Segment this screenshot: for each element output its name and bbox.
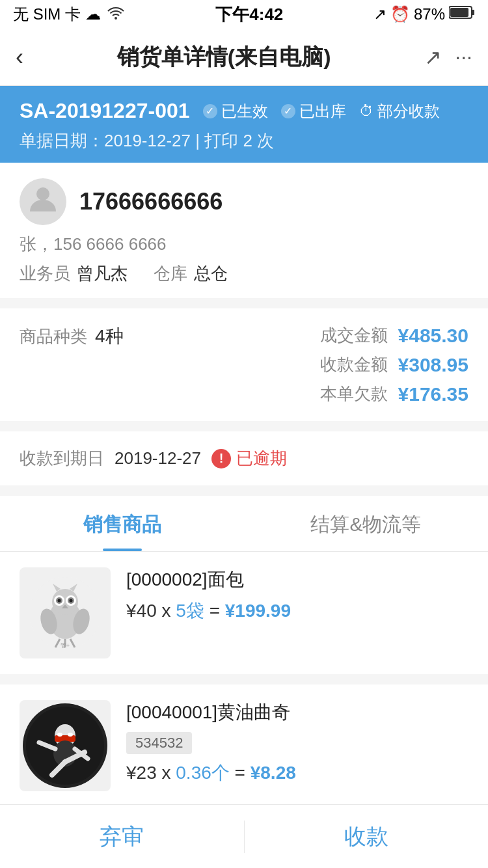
svg-point-11 xyxy=(58,599,61,603)
svg-point-25 xyxy=(57,733,62,737)
overdue-text: 已逾期 xyxy=(236,447,287,470)
tabs-row: 销售商品 结算&物流等 xyxy=(0,496,488,551)
product-info-2: [00040001]黄油曲奇 534532 ¥23 x 0.36个 = ¥8.2… xyxy=(126,700,468,785)
battery-icon xyxy=(449,5,475,23)
customer-info-row: 业务员 曾凡杰 仓库 总仓 xyxy=(20,262,468,285)
tab-settlement[interactable]: 结算&物流等 xyxy=(244,496,488,551)
amount-value: ¥485.30 xyxy=(398,325,468,347)
product-type-value: 4种 xyxy=(95,324,124,349)
avatar xyxy=(20,178,66,225)
product-type: 商品种类 4种 xyxy=(20,324,124,349)
svg-text:管+: 管+ xyxy=(61,642,70,649)
amount-row-2: 收款金额 ¥308.95 xyxy=(320,353,468,376)
customer-section: 17666666666 张，156 6666 6666 业务员 曾凡杰 仓库 总… xyxy=(0,163,488,298)
abandon-review-button[interactable]: 弃审 xyxy=(0,809,244,865)
nav-bar: ‹ 销货单详情(来自电脑) ↗ ··· xyxy=(0,29,488,86)
product-info-1: [0000002]面包 ¥40 x 5袋 = ¥199.99 xyxy=(126,567,468,623)
amounts: 成交金额 ¥485.30 收款金额 ¥308.95 本单欠款 ¥176.35 xyxy=(320,324,468,405)
list-item: 管+ [0000002]面包 ¥40 x 5袋 = ¥199.99 xyxy=(0,552,488,674)
collect-payment-button[interactable]: 收款 xyxy=(245,809,489,865)
ninja-image xyxy=(23,703,107,788)
customer-phone: 17666666666 xyxy=(79,188,223,215)
amount-row-3: 本单欠款 ¥176.35 xyxy=(320,383,468,405)
warehouse-value: 总仓 xyxy=(194,262,228,285)
tabs-section: 销售商品 结算&物流等 xyxy=(0,496,488,552)
product-type-label: 商品种类 xyxy=(20,325,87,348)
back-button[interactable]: ‹ xyxy=(16,44,23,71)
received-label: 收款金额 xyxy=(320,353,388,376)
nav-right: ↗ ··· xyxy=(424,45,472,70)
due-section: 收款到期日 2019-12-27 ! 已逾期 xyxy=(0,431,488,485)
sim-label: 无 SIM 卡 ☁ xyxy=(13,4,101,25)
summary-section: 商品种类 4种 成交金额 ¥485.30 收款金额 ¥308.95 本单欠款 ¥… xyxy=(0,308,488,421)
share-icon[interactable]: ↗ xyxy=(424,45,442,70)
product-price-1: ¥40 x 5袋 = ¥199.99 xyxy=(126,599,468,623)
banner-row1: SA-20191227-001 ✓ 已生效 ✓ 已出库 ⏱ 部分收款 xyxy=(20,99,468,123)
status-time: 下午4:42 xyxy=(215,3,283,26)
amount-label: 成交金额 xyxy=(320,324,388,347)
header-banner: SA-20191227-001 ✓ 已生效 ✓ 已出库 ⏱ 部分收款 单据日期：… xyxy=(0,86,488,163)
check-icon-1: ✓ xyxy=(203,104,217,118)
due-label: 收款到期日 xyxy=(20,447,104,470)
clock-icon: ⏱ xyxy=(359,103,373,120)
customer-row: 17666666666 xyxy=(20,178,468,225)
customer-sub: 张，156 6666 6666 xyxy=(20,233,468,256)
product-sku-2: 534532 xyxy=(126,731,468,754)
alarm-icon: ⏰ xyxy=(390,5,410,23)
svg-point-26 xyxy=(68,733,73,737)
sales-value: 曾凡杰 xyxy=(77,262,128,285)
sales-label: 业务员 xyxy=(20,262,70,285)
product-image-1: 管+ xyxy=(20,567,111,658)
summary-row: 商品种类 4种 成交金额 ¥485.30 收款金额 ¥308.95 本单欠款 ¥… xyxy=(20,324,468,405)
overdue-icon: ! xyxy=(211,449,231,468)
page-title: 销货单详情(来自电脑) xyxy=(117,42,331,72)
overdue-badge: ! 已逾期 xyxy=(211,447,287,470)
svg-point-12 xyxy=(70,599,73,603)
person-icon xyxy=(27,182,59,221)
location-icon: ↗ xyxy=(373,5,386,23)
badge-shipped: ✓ 已出库 xyxy=(281,101,346,122)
status-bar: 无 SIM 卡 ☁ 下午4:42 ↗ ⏰ 87% xyxy=(0,0,488,29)
warehouse-info: 仓库 总仓 xyxy=(154,262,228,285)
more-icon[interactable]: ··· xyxy=(455,45,472,69)
svg-rect-1 xyxy=(472,10,474,15)
status-left: 无 SIM 卡 ☁ xyxy=(13,4,126,25)
battery-label: 87% xyxy=(414,5,445,23)
svg-point-3 xyxy=(36,187,49,200)
product-name-2: [00040001]黄油曲奇 xyxy=(126,700,468,725)
bottom-bar: 弃审 收款 xyxy=(0,804,488,868)
owed-label: 本单欠款 xyxy=(320,383,388,405)
product-image-2 xyxy=(20,700,111,791)
svg-rect-2 xyxy=(450,8,468,17)
status-right: ↗ ⏰ 87% xyxy=(373,5,475,23)
received-value: ¥308.95 xyxy=(398,354,468,376)
badge-partial: ⏱ 部分收款 xyxy=(359,101,440,122)
product-name-1: [0000002]面包 xyxy=(126,567,468,592)
badge-active: ✓ 已生效 xyxy=(203,101,268,122)
amount-row-1: 成交金额 ¥485.30 xyxy=(320,324,468,347)
list-item: [00040001]黄油曲奇 534532 ¥23 x 0.36个 = ¥8.2… xyxy=(0,685,488,807)
tab-products[interactable]: 销售商品 xyxy=(0,496,244,551)
owed-value: ¥176.35 xyxy=(398,383,468,405)
due-date: 2019-12-27 xyxy=(115,448,201,468)
wifi-icon xyxy=(106,5,126,23)
check-icon-2: ✓ xyxy=(281,104,295,118)
sales-info: 业务员 曾凡杰 xyxy=(20,262,128,285)
banner-date-row: 单据日期：2019-12-27 | 打印 2 次 xyxy=(20,129,468,152)
tab-underline xyxy=(103,549,142,551)
product-price-2: ¥23 x 0.36个 = ¥8.28 xyxy=(126,761,468,785)
order-id: SA-20191227-001 xyxy=(20,99,190,123)
warehouse-label: 仓库 xyxy=(154,262,187,285)
